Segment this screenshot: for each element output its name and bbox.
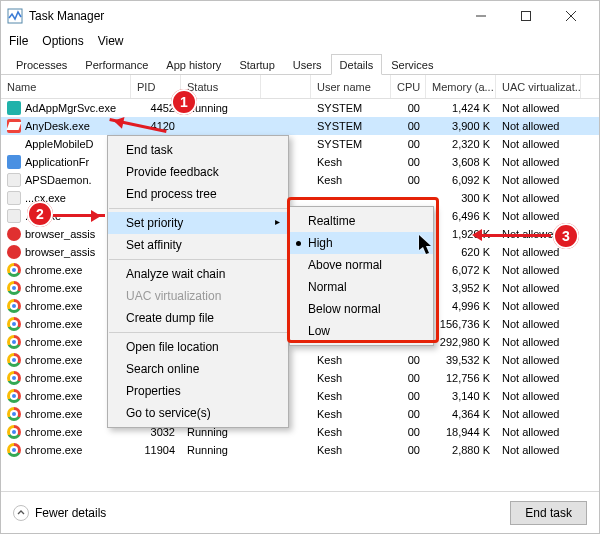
- menu-item[interactable]: Go to service(s): [108, 402, 288, 424]
- submenu-item[interactable]: Below normal: [290, 298, 433, 320]
- menu-view[interactable]: View: [98, 34, 124, 48]
- process-memory: 39,532 K: [426, 354, 496, 366]
- fewer-details-toggle[interactable]: Fewer details: [13, 505, 106, 521]
- process-name: chrome.exe: [25, 372, 82, 384]
- submenu-item[interactable]: Realtime: [290, 210, 433, 232]
- col-name[interactable]: Name: [1, 75, 131, 98]
- maximize-button[interactable]: [503, 1, 548, 31]
- process-uac: Not allowed: [496, 264, 581, 276]
- end-task-button[interactable]: End task: [510, 501, 587, 525]
- process-memory: 3,900 K: [426, 120, 496, 132]
- table-row[interactable]: chrome.exe7532RunningKesh004,364 KNot al…: [1, 405, 599, 423]
- process-uac: Not allowed: [496, 174, 581, 186]
- menu-item[interactable]: End task: [108, 139, 288, 161]
- submenu-item[interactable]: Low: [290, 320, 433, 342]
- process-cpu: 00: [391, 174, 426, 186]
- menu-options[interactable]: Options: [42, 34, 83, 48]
- task-manager-icon: [7, 8, 23, 24]
- col-uac[interactable]: UAC virtualizat...: [496, 75, 581, 98]
- table-row[interactable]: ApplicationFrKesh003,608 KNot allowed: [1, 153, 599, 171]
- submenu-item[interactable]: High: [290, 232, 433, 254]
- process-name: AdAppMgrSvc.exe: [25, 102, 116, 114]
- process-uac: Not allowed: [496, 354, 581, 366]
- tab-app-history[interactable]: App history: [157, 54, 230, 74]
- col-cpu[interactable]: CPU: [391, 75, 426, 98]
- process-cpu: 00: [391, 354, 426, 366]
- process-cpu: 00: [391, 444, 426, 456]
- menu-item[interactable]: Set affinity: [108, 234, 288, 256]
- process-memory: 3,952 K: [426, 282, 496, 294]
- menu-item[interactable]: Search online: [108, 358, 288, 380]
- menu-item[interactable]: Set priority▸: [108, 212, 288, 234]
- menu-file[interactable]: File: [9, 34, 28, 48]
- process-memory: 2,320 K: [426, 138, 496, 150]
- menu-item[interactable]: Analyze wait chain: [108, 263, 288, 285]
- table-row[interactable]: chrome.exe11904RunningKesh002,880 KNot a…: [1, 441, 599, 459]
- tab-strip: Processes Performance App history Startu…: [1, 51, 599, 75]
- table-row[interactable]: APSDaemon.Kesh006,092 KNot allowed: [1, 171, 599, 189]
- process-user: Kesh: [311, 426, 391, 438]
- process-icon: [7, 299, 21, 313]
- submenu-item[interactable]: Normal: [290, 276, 433, 298]
- col-username[interactable]: User name: [311, 75, 391, 98]
- table-row[interactable]: AnyDesk.exe4120SYSTEM003,900 KNot allowe…: [1, 117, 599, 135]
- footer: Fewer details End task: [1, 491, 599, 533]
- menu-item[interactable]: End process tree: [108, 183, 288, 205]
- tab-processes[interactable]: Processes: [7, 54, 76, 74]
- table-row[interactable]: chrome.exe2652RunningKesh003,140 KNot al…: [1, 387, 599, 405]
- table-row[interactable]: ...cx.exe300 KNot allowed: [1, 189, 599, 207]
- tab-startup[interactable]: Startup: [230, 54, 283, 74]
- process-name: chrome.exe: [25, 336, 82, 348]
- table-row[interactable]: chrome.exeKesh0039,532 KNot allowed: [1, 351, 599, 369]
- menu-item[interactable]: Open file location: [108, 336, 288, 358]
- process-uac: Not allowed: [496, 426, 581, 438]
- priority-submenu[interactable]: RealtimeHighAbove normalNormalBelow norm…: [289, 206, 434, 346]
- tab-users[interactable]: Users: [284, 54, 331, 74]
- process-cpu: 00: [391, 390, 426, 402]
- process-uac: Not allowed: [496, 192, 581, 204]
- callout-badge-1: 1: [171, 89, 197, 115]
- process-memory: 156,736 K: [426, 318, 496, 330]
- menu-item: UAC virtualization: [108, 285, 288, 307]
- process-memory: 12,756 K: [426, 372, 496, 384]
- col-gap: [261, 75, 311, 98]
- process-uac: Not allowed: [496, 444, 581, 456]
- process-user: Kesh: [311, 174, 391, 186]
- process-name: APSDaemon.: [25, 174, 92, 186]
- tab-performance[interactable]: Performance: [76, 54, 157, 74]
- tab-details[interactable]: Details: [331, 54, 383, 75]
- process-uac: Not allowed: [496, 210, 581, 222]
- submenu-item[interactable]: Above normal: [290, 254, 433, 276]
- menu-item[interactable]: Provide feedback: [108, 161, 288, 183]
- process-memory: 4,996 K: [426, 300, 496, 312]
- process-cpu: 00: [391, 426, 426, 438]
- process-user: Kesh: [311, 408, 391, 420]
- process-memory: 620 K: [426, 246, 496, 258]
- process-name: chrome.exe: [25, 264, 82, 276]
- process-user: Kesh: [311, 444, 391, 456]
- tab-services[interactable]: Services: [382, 54, 442, 74]
- table-row[interactable]: chrome.exe3032RunningKesh0018,944 KNot a…: [1, 423, 599, 441]
- process-uac: Not allowed: [496, 336, 581, 348]
- close-button[interactable]: [548, 1, 593, 31]
- process-icon: [7, 443, 21, 457]
- process-icon: [7, 245, 21, 259]
- table-row[interactable]: AdAppMgrSvc.exe4452RunningSYSTEM001,424 …: [1, 99, 599, 117]
- menu-item[interactable]: Properties: [108, 380, 288, 402]
- col-memory[interactable]: Memory (a...: [426, 75, 496, 98]
- process-uac: Not allowed: [496, 372, 581, 384]
- svg-rect-2: [521, 12, 530, 21]
- table-row[interactable]: chrome.exe2960RunningKesh0012,756 KNot a…: [1, 369, 599, 387]
- callout-arrow-3: [476, 234, 551, 237]
- process-user: Kesh: [311, 372, 391, 384]
- process-memory: 6,496 K: [426, 210, 496, 222]
- minimize-button[interactable]: [458, 1, 503, 31]
- table-row[interactable]: AppleMobileDSYSTEM002,320 KNot allowed: [1, 135, 599, 153]
- process-icon: [7, 425, 21, 439]
- submenu-label: Below normal: [308, 302, 381, 316]
- process-cpu: 00: [391, 120, 426, 132]
- submenu-label: Realtime: [308, 214, 355, 228]
- context-menu[interactable]: End taskProvide feedbackEnd process tree…: [107, 135, 289, 428]
- chevron-up-icon: [13, 505, 29, 521]
- menu-item[interactable]: Create dump file: [108, 307, 288, 329]
